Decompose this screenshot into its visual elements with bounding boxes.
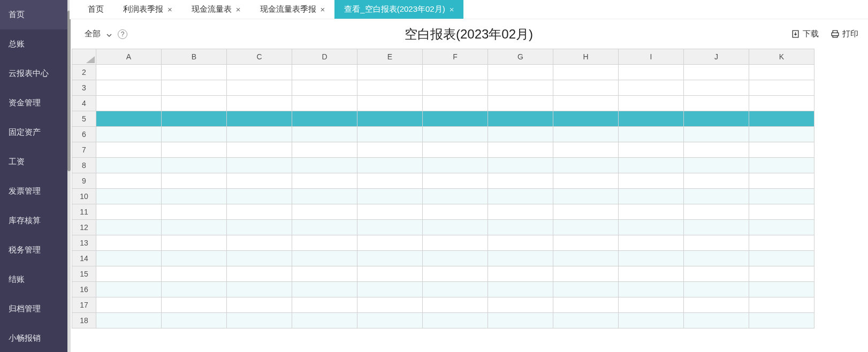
tab-0[interactable]: 首页 xyxy=(78,0,113,19)
cell-B4[interactable] xyxy=(162,96,227,111)
col-header-B[interactable]: B xyxy=(162,49,227,65)
row-header-17[interactable]: 17 xyxy=(72,297,96,313)
cell-K14[interactable] xyxy=(749,251,814,266)
cell-D14[interactable] xyxy=(292,251,357,266)
row-header-18[interactable]: 18 xyxy=(72,313,96,328)
cell-H3[interactable] xyxy=(553,80,619,96)
sidebar-item-9[interactable]: 结账 xyxy=(0,265,70,294)
cell-B16[interactable] xyxy=(162,282,227,297)
cell-H11[interactable] xyxy=(553,204,619,220)
cell-G2[interactable] xyxy=(488,65,553,80)
cell-I13[interactable] xyxy=(619,235,684,251)
cell-D15[interactable] xyxy=(292,266,357,282)
cell-C11[interactable] xyxy=(227,204,292,220)
cell-J6[interactable] xyxy=(684,127,749,142)
filter-dropdown[interactable]: 全部 ? xyxy=(85,29,127,39)
cell-C13[interactable] xyxy=(227,235,292,251)
tab-1[interactable]: 利润表季报× xyxy=(113,0,182,19)
cell-B18[interactable] xyxy=(162,313,227,328)
cell-F8[interactable] xyxy=(423,158,488,173)
cell-H14[interactable] xyxy=(553,251,619,266)
cell-D11[interactable] xyxy=(292,204,357,220)
cell-I15[interactable] xyxy=(619,266,684,282)
cell-H15[interactable] xyxy=(553,266,619,282)
row-header-2[interactable]: 2 xyxy=(72,65,96,80)
cell-J7[interactable] xyxy=(684,142,749,158)
cell-A18[interactable] xyxy=(96,313,162,328)
cell-E11[interactable] xyxy=(357,204,423,220)
cell-B15[interactable] xyxy=(162,266,227,282)
cell-C2[interactable] xyxy=(227,65,292,80)
cell-H7[interactable] xyxy=(553,142,619,158)
cell-D2[interactable] xyxy=(292,65,357,80)
cell-E4[interactable] xyxy=(357,96,423,111)
spreadsheet[interactable]: ABCDEFGHIJK23456789101112131415161718 xyxy=(70,49,868,352)
cell-C14[interactable] xyxy=(227,251,292,266)
cell-J14[interactable] xyxy=(684,251,749,266)
col-header-A[interactable]: A xyxy=(96,49,162,65)
cell-D9[interactable] xyxy=(292,173,357,189)
cell-D12[interactable] xyxy=(292,220,357,235)
close-icon[interactable]: × xyxy=(450,5,454,13)
cell-K3[interactable] xyxy=(749,80,814,96)
sidebar-item-1[interactable]: 总账 xyxy=(0,29,70,59)
col-header-G[interactable]: G xyxy=(488,49,553,65)
cell-E3[interactable] xyxy=(357,80,423,96)
cell-B17[interactable] xyxy=(162,297,227,313)
cell-J10[interactable] xyxy=(684,189,749,204)
cell-D10[interactable] xyxy=(292,189,357,204)
cell-H12[interactable] xyxy=(553,220,619,235)
tab-3[interactable]: 现金流量表季报× xyxy=(250,0,335,19)
cell-I17[interactable] xyxy=(619,297,684,313)
cell-G10[interactable] xyxy=(488,189,553,204)
sidebar-item-11[interactable]: 小畅报销 xyxy=(0,324,70,352)
cell-C10[interactable] xyxy=(227,189,292,204)
cell-J8[interactable] xyxy=(684,158,749,173)
cell-E2[interactable] xyxy=(357,65,423,80)
cell-F13[interactable] xyxy=(423,235,488,251)
cell-I4[interactable] xyxy=(619,96,684,111)
sidebar-item-5[interactable]: 工资 xyxy=(0,147,70,177)
cell-C6[interactable] xyxy=(227,127,292,142)
cell-F18[interactable] xyxy=(423,313,488,328)
sidebar-item-6[interactable]: 发票管理 xyxy=(0,177,70,206)
cell-H2[interactable] xyxy=(553,65,619,80)
cell-C3[interactable] xyxy=(227,80,292,96)
cell-A5[interactable] xyxy=(96,111,162,127)
cell-K12[interactable] xyxy=(749,220,814,235)
cell-F4[interactable] xyxy=(423,96,488,111)
close-icon[interactable]: × xyxy=(236,5,241,13)
row-header-15[interactable]: 15 xyxy=(72,266,96,282)
cell-F12[interactable] xyxy=(423,220,488,235)
cell-G16[interactable] xyxy=(488,282,553,297)
cell-G9[interactable] xyxy=(488,173,553,189)
cell-H16[interactable] xyxy=(553,282,619,297)
row-header-12[interactable]: 12 xyxy=(72,220,96,235)
cell-K10[interactable] xyxy=(749,189,814,204)
cell-J15[interactable] xyxy=(684,266,749,282)
sidebar-item-7[interactable]: 库存核算 xyxy=(0,206,70,235)
tab-4[interactable]: 查看_空白报表(2023年02月)× xyxy=(334,0,463,19)
sheet-corner[interactable] xyxy=(72,49,96,65)
cell-I2[interactable] xyxy=(619,65,684,80)
cell-G7[interactable] xyxy=(488,142,553,158)
cell-A4[interactable] xyxy=(96,96,162,111)
cell-F16[interactable] xyxy=(423,282,488,297)
sidebar-item-8[interactable]: 税务管理 xyxy=(0,235,70,265)
sidebar-item-10[interactable]: 归档管理 xyxy=(0,294,70,324)
cell-C7[interactable] xyxy=(227,142,292,158)
cell-I9[interactable] xyxy=(619,173,684,189)
cell-A13[interactable] xyxy=(96,235,162,251)
cell-K11[interactable] xyxy=(749,204,814,220)
cell-K15[interactable] xyxy=(749,266,814,282)
cell-D5[interactable] xyxy=(292,111,357,127)
cell-B11[interactable] xyxy=(162,204,227,220)
cell-K18[interactable] xyxy=(749,313,814,328)
cell-D16[interactable] xyxy=(292,282,357,297)
cell-B5[interactable] xyxy=(162,111,227,127)
download-button[interactable]: 下载 xyxy=(791,29,819,39)
close-icon[interactable]: × xyxy=(167,5,172,13)
cell-A14[interactable] xyxy=(96,251,162,266)
row-header-3[interactable]: 3 xyxy=(72,80,96,96)
sidebar-item-0[interactable]: 首页 xyxy=(0,0,70,29)
